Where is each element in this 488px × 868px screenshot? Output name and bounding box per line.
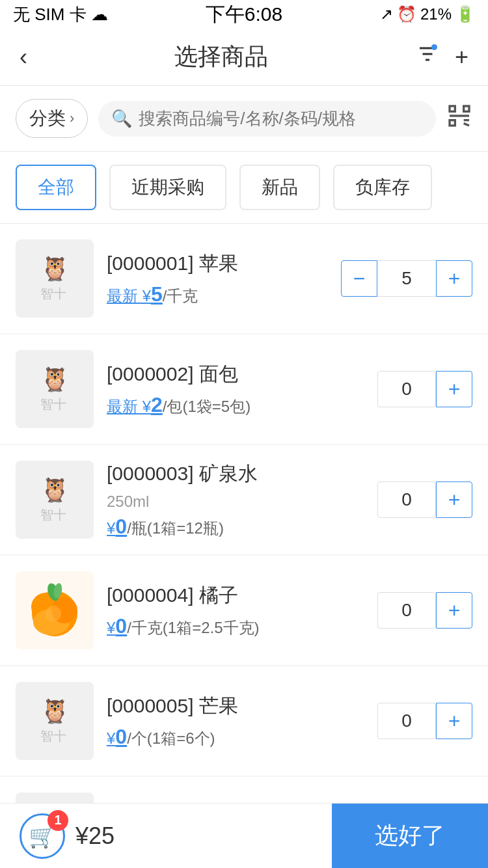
add-button[interactable]: + bbox=[455, 44, 468, 71]
placeholder-icon: 🦉 bbox=[40, 366, 70, 393]
quantity-control: + bbox=[377, 592, 472, 629]
status-time: 下午6:08 bbox=[206, 1, 282, 28]
quantity-control: + bbox=[377, 703, 472, 739]
status-bar: 无 SIM 卡 ☁ 下午6:08 ↗ ⏰ 21% 🔋 bbox=[0, 0, 488, 29]
tab-recent[interactable]: 近期采购 bbox=[109, 165, 226, 210]
product-image: 🦉 智十 bbox=[16, 239, 94, 318]
search-area: 分类 › 🔍 bbox=[0, 86, 488, 152]
increase-button[interactable]: + bbox=[436, 481, 472, 518]
quantity-input[interactable] bbox=[377, 703, 436, 739]
product-info: [0000004] 橘子 ¥0/千克(1箱=2.5千克) bbox=[107, 582, 364, 638]
svg-rect-6 bbox=[450, 120, 455, 126]
location-icon: ↗ bbox=[380, 5, 393, 23]
orange-image bbox=[22, 578, 87, 643]
battery-icon: 🔋 bbox=[455, 5, 475, 23]
search-box: 🔍 bbox=[98, 101, 436, 137]
increase-button[interactable]: + bbox=[436, 260, 472, 297]
alarm-icon: ⏰ bbox=[397, 5, 416, 23]
svg-point-16 bbox=[46, 606, 61, 621]
increase-button[interactable]: + bbox=[436, 592, 472, 629]
nav-bar: ‹ 选择商品 + bbox=[0, 29, 488, 86]
svg-rect-4 bbox=[450, 106, 455, 111]
tab-new[interactable]: 新品 bbox=[239, 165, 320, 210]
nav-actions: + bbox=[416, 42, 468, 72]
product-list: 🦉 智十 [0000001] 苹果 最新 ¥5/千克 − + 🦉 智十 [000… bbox=[0, 224, 488, 868]
product-info: [0000005] 芒果 ¥0/个(1箱=6个) bbox=[107, 693, 364, 749]
page-title: 选择商品 bbox=[174, 41, 268, 73]
chevron-right-icon: › bbox=[70, 110, 74, 127]
product-name: [0000001] 苹果 bbox=[107, 251, 328, 277]
tab-negative[interactable]: 负库存 bbox=[333, 165, 432, 210]
quantity-control: − + bbox=[341, 260, 472, 297]
cart-total: ¥25 bbox=[75, 822, 115, 850]
filter-tabs: 全部 近期采购 新品 负库存 bbox=[0, 152, 488, 224]
quantity-input[interactable] bbox=[377, 481, 436, 518]
bottom-bar: 🛒 1 ¥25 选好了 bbox=[0, 803, 488, 868]
product-info: [0000003] 矿泉水 250ml ¥0/瓶(1箱=12瓶) bbox=[107, 461, 364, 539]
increase-button[interactable]: + bbox=[436, 703, 472, 739]
product-price: ¥0/个(1箱=6个) bbox=[107, 725, 364, 749]
product-image bbox=[16, 571, 94, 649]
list-item: 🦉 智十 [0000002] 面包 最新 ¥2/包(1袋=5包) + bbox=[0, 334, 488, 444]
quantity-input[interactable] bbox=[377, 260, 436, 297]
back-button[interactable]: ‹ bbox=[20, 44, 27, 71]
category-button[interactable]: 分类 › bbox=[16, 99, 88, 138]
cart-section: 🛒 1 ¥25 bbox=[0, 813, 332, 859]
product-name: [0000003] 矿泉水 bbox=[107, 461, 364, 487]
placeholder-icon: 🦉 bbox=[40, 476, 70, 504]
svg-rect-5 bbox=[464, 106, 469, 111]
product-image: 🦉 智十 bbox=[16, 350, 94, 428]
product-price: ¥0/瓶(1箱=12瓶) bbox=[107, 515, 364, 539]
product-info: [0000001] 苹果 最新 ¥5/千克 bbox=[107, 251, 328, 306]
list-item: 🦉 智十 [0000001] 苹果 最新 ¥5/千克 − + bbox=[0, 224, 488, 333]
product-spec: 250ml bbox=[107, 493, 364, 511]
svg-line-9 bbox=[464, 124, 469, 126]
product-info: [0000002] 面包 最新 ¥2/包(1袋=5包) bbox=[107, 361, 364, 417]
svg-point-3 bbox=[431, 44, 437, 50]
confirm-button[interactable]: 选好了 bbox=[332, 804, 488, 868]
product-name: [0000004] 橘子 bbox=[107, 582, 364, 609]
status-battery: ↗ ⏰ 21% 🔋 bbox=[380, 5, 475, 23]
search-input[interactable] bbox=[139, 109, 423, 129]
cart-button[interactable]: 🛒 1 bbox=[20, 813, 65, 859]
product-price: 最新 ¥2/包(1袋=5包) bbox=[107, 393, 364, 417]
product-image: 🦉 智十 bbox=[16, 682, 94, 760]
placeholder-icon: 🦉 bbox=[40, 255, 70, 282]
scan-icon[interactable] bbox=[446, 103, 472, 134]
quantity-input[interactable] bbox=[377, 371, 436, 407]
product-name: [0000005] 芒果 bbox=[107, 693, 364, 720]
product-price: ¥0/千克(1箱=2.5千克) bbox=[107, 614, 364, 638]
list-item: 🦉 智十 [0000005] 芒果 ¥0/个(1箱=6个) + bbox=[0, 666, 488, 776]
increase-button[interactable]: + bbox=[436, 371, 472, 407]
placeholder-icon: 🦉 bbox=[40, 698, 70, 725]
product-name: [0000002] 面包 bbox=[107, 361, 364, 388]
list-item: 🦉 智十 [0000003] 矿泉水 250ml ¥0/瓶(1箱=12瓶) + bbox=[0, 445, 488, 554]
filter-icon[interactable] bbox=[416, 42, 439, 72]
decrease-button[interactable]: − bbox=[341, 260, 377, 297]
product-price: 最新 ¥5/千克 bbox=[107, 282, 328, 306]
quantity-control: + bbox=[377, 371, 472, 407]
tab-all[interactable]: 全部 bbox=[16, 165, 96, 210]
status-signal: 无 SIM 卡 ☁ bbox=[13, 3, 108, 26]
list-item: [0000004] 橘子 ¥0/千克(1箱=2.5千克) + bbox=[0, 556, 488, 665]
quantity-input[interactable] bbox=[377, 592, 436, 629]
product-image: 🦉 智十 bbox=[16, 461, 94, 539]
cart-badge: 1 bbox=[47, 810, 68, 831]
quantity-control: + bbox=[377, 481, 472, 518]
search-icon: 🔍 bbox=[111, 109, 132, 129]
